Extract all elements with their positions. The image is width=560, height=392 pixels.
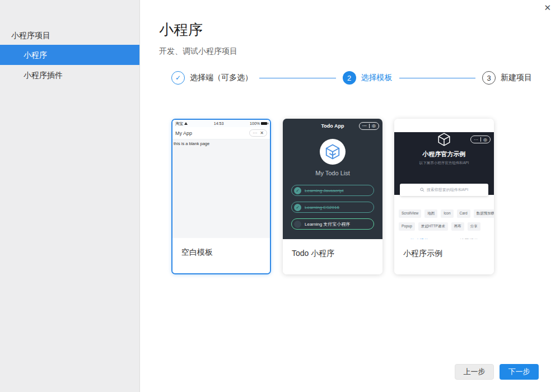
capsule-menu: ··· ◎	[470, 136, 491, 143]
step-label: 选择端（可多选）	[190, 73, 253, 83]
template-name: 空白模板	[172, 238, 270, 273]
step-label: 选择模板	[361, 73, 393, 83]
previous-step-button[interactable]: 上一步	[455, 364, 494, 380]
more-icon: ···	[253, 130, 257, 136]
target-icon: ◎	[372, 119, 376, 133]
step-select-client: ✓ 选择端（可多选）	[171, 71, 253, 85]
todo-navbar: Todo App ··· ◎	[283, 119, 382, 133]
step-done-check-icon: ✓	[171, 71, 185, 85]
todo-item: ✓ Learning Javascript	[291, 185, 374, 196]
capsule-menu: ··· ✕	[249, 129, 267, 137]
close-icon: ✕	[260, 130, 264, 136]
sidebar-item-label: 小程序	[24, 50, 47, 59]
wizard-stepper: ✓ 选择端（可多选） 2 选择模板 3 新建项目	[171, 71, 532, 85]
capsule-divider	[369, 124, 370, 128]
todo-item: Learning 支付宝小程序	[291, 218, 374, 230]
stepper-line	[259, 78, 336, 78]
component-tag: Popup	[399, 222, 415, 231]
clock-label: 14:53	[214, 122, 224, 125]
stepper-line	[399, 78, 476, 78]
phone-titlebar: My App ··· ✕	[172, 127, 270, 139]
unchecked-circle-icon	[294, 221, 301, 228]
component-tag: 画布	[451, 222, 464, 231]
component-tag: Icon	[441, 209, 453, 218]
close-icon[interactable]: ✕	[544, 3, 551, 12]
more-icon: ···	[474, 137, 478, 142]
component-tag: ScrollView	[399, 209, 421, 218]
main-panel: ✕ 小程序 开发、调试小程序项目 ✓ 选择端（可多选） 2 选择模板 3 新建项…	[141, 0, 560, 392]
template-card-list: 淘宝 14:53 100% My App ··· ✕ t	[171, 119, 494, 274]
todo-list-title: My Todo List	[283, 170, 382, 176]
todo-item-label: Learning Javascript	[305, 188, 343, 193]
check-icon: ✓	[294, 187, 301, 194]
phone-statusbar: 淘宝 14:53 100%	[172, 120, 270, 127]
todo-navbar-title: Todo App	[321, 123, 344, 129]
step-label: 新建项目	[501, 73, 532, 83]
check-icon: ✓	[294, 204, 301, 211]
sample-hero-subtitle: 以下展示小程序官方组件和API	[394, 161, 494, 166]
page-subtitle: 开发、调试小程序项目	[159, 46, 237, 57]
sample-hero: ··· ◎ 小程序官方示例 以下展示小程序官方组件和API	[394, 132, 494, 195]
battery-percent-label: 100%	[250, 122, 260, 125]
search-placeholder: 搜索你想要的组件和API	[427, 187, 468, 193]
template-name: Todo 小程序	[283, 239, 382, 274]
blank-page-text: this is a blank page	[172, 139, 270, 148]
next-step-button[interactable]: 下一步	[500, 364, 539, 380]
sample-template-preview: ··· ◎ 小程序官方示例 以下展示小程序官方组件和API	[394, 119, 494, 239]
sidebar-group-label: 小程序项目	[0, 26, 139, 45]
todo-template-preview: Todo App ··· ◎ My Todo List	[283, 119, 382, 239]
todo-item-label: Learning ES2016	[305, 205, 339, 210]
more-icon: ···	[362, 119, 367, 133]
search-input: 搜索你想要的组件和API	[400, 184, 488, 196]
blank-template-preview: 淘宝 14:53 100% My App ··· ✕ t	[172, 120, 270, 240]
app-title: My App	[175, 130, 192, 136]
step-number-badge: 2	[343, 71, 356, 85]
component-tag: 数据预加载	[474, 209, 494, 218]
sample-hero-title: 小程序官方示例	[394, 150, 494, 158]
signal-icon	[184, 122, 188, 125]
step-number-badge: 3	[482, 71, 496, 85]
template-card-sample[interactable]: ··· ◎ 小程序官方示例 以下展示小程序官方组件和API	[394, 119, 494, 274]
page-title: 小程序	[159, 20, 237, 40]
sidebar-item-label: 小程序插件	[24, 71, 63, 80]
wizard-footer: 上一步 下一步	[455, 364, 539, 380]
carrier-label: 淘宝	[175, 121, 183, 127]
template-card-blank[interactable]: 淘宝 14:53 100% My App ··· ✕ t	[171, 119, 271, 274]
sidebar: 小程序项目 小程序 小程序插件	[0, 0, 140, 392]
miniprogram-logo-icon	[320, 139, 346, 165]
component-tag: Card	[457, 209, 470, 218]
todo-item: ✓ Learning ES2016	[291, 202, 374, 213]
sidebar-item-miniprogram-plugin[interactable]: 小程序插件	[0, 65, 139, 85]
component-tag: 发起HTTP请求	[418, 222, 448, 231]
component-tag: 地图	[424, 209, 437, 218]
page-header: 小程序 开发、调试小程序项目	[159, 20, 237, 57]
target-icon: ◎	[483, 137, 487, 142]
template-card-todo[interactable]: Todo App ··· ◎ My Todo List	[283, 119, 382, 274]
step-select-template: 2 选择模板	[343, 71, 393, 85]
sidebar-item-miniprogram[interactable]: 小程序	[0, 45, 139, 65]
template-name: 小程序示例	[394, 239, 494, 274]
battery-icon	[261, 122, 267, 125]
capsule-divider	[480, 137, 481, 142]
todo-items: ✓ Learning Javascript ✓ Learning ES2016 …	[283, 185, 382, 230]
search-icon	[420, 188, 424, 192]
todo-item-label: Learning 支付宝小程序	[305, 221, 350, 227]
capsule-menu: ··· ◎	[359, 122, 379, 130]
step-new-project: 3 新建项目	[482, 71, 532, 85]
component-tag-list: ScrollView 地图 Icon Card 数据预加载 Popup 发起HT…	[394, 209, 494, 231]
component-tag: 分享	[468, 222, 480, 231]
